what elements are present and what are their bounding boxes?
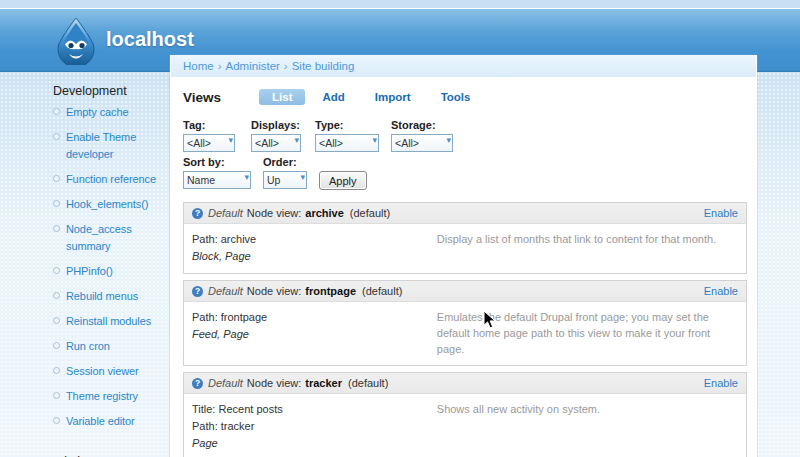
help-icon[interactable] bbox=[192, 286, 203, 297]
view-title: Title: Recent posts bbox=[192, 401, 437, 418]
sidebar-item-empty-cache[interactable]: Empty cache bbox=[53, 104, 170, 121]
apply-button[interactable]: Apply bbox=[319, 171, 367, 190]
site-name-link[interactable]: localhost bbox=[106, 28, 194, 51]
circle-bullet-icon bbox=[53, 392, 66, 399]
view-suffix: (default) bbox=[348, 373, 388, 393]
displays-filter-select[interactable]: <All> bbox=[251, 134, 301, 152]
breadcrumb-link-site-building[interactable]: Site building bbox=[292, 60, 355, 72]
view-description: Shows all new activity on system. bbox=[437, 401, 736, 452]
sidebar-item-node-access-summary[interactable]: Node_access summary bbox=[53, 221, 170, 255]
sidebar-section-title: Development bbox=[53, 84, 170, 98]
view-description: Display a list of months that link to co… bbox=[437, 231, 736, 265]
view-path: Path: frontpage bbox=[192, 309, 437, 326]
sidebar-item-session-viewer[interactable]: Session viewer bbox=[53, 363, 170, 380]
sidebar-item-variable-editor[interactable]: Variable editor bbox=[53, 413, 170, 430]
sidebar-section-development: Development Empty cache Enable Theme dev… bbox=[0, 84, 170, 430]
enable-link[interactable]: Enable bbox=[704, 203, 738, 223]
breadcrumb-separator: › bbox=[218, 60, 222, 72]
tag-filter-label: Tag: bbox=[183, 119, 235, 131]
breadcrumb-link-administer[interactable]: Administer bbox=[226, 60, 280, 72]
breadcrumb-separator: › bbox=[284, 60, 288, 72]
order-select[interactable]: Up bbox=[263, 171, 307, 189]
page-content: Views List Add Import Tools Tag: <All> D… bbox=[171, 77, 756, 457]
view-type: Default bbox=[208, 373, 243, 393]
tab-add[interactable]: Add bbox=[322, 89, 344, 105]
view-name: archive bbox=[305, 203, 344, 223]
breadcrumb-link-home[interactable]: Home bbox=[183, 60, 214, 72]
view-row-archive: Default Node view: archive (default) Ena… bbox=[183, 202, 747, 274]
circle-bullet-icon bbox=[53, 267, 66, 274]
enable-link[interactable]: Enable bbox=[704, 373, 738, 393]
storage-filter-select[interactable]: <All> bbox=[391, 134, 453, 152]
circle-bullet-icon bbox=[53, 292, 66, 299]
view-suffix: (default) bbox=[362, 281, 402, 301]
storage-filter-label: Storage: bbox=[391, 119, 453, 131]
displays-filter-label: Displays: bbox=[251, 119, 301, 131]
filters-form: Tag: <All> Displays: <All> Type: <All> S… bbox=[183, 119, 747, 190]
circle-bullet-icon bbox=[53, 175, 66, 182]
drupal-admin-screen: localhost Development Empty cache Enable… bbox=[0, 0, 800, 457]
view-path: Path: archive bbox=[192, 231, 437, 248]
view-type: Default bbox=[208, 281, 243, 301]
help-icon[interactable] bbox=[192, 208, 203, 219]
view-path: Path: tracker bbox=[192, 418, 437, 435]
circle-bullet-icon bbox=[53, 417, 66, 424]
help-icon[interactable] bbox=[192, 378, 203, 389]
circle-bullet-icon bbox=[53, 367, 66, 374]
view-kind: Node view: bbox=[247, 281, 301, 301]
view-suffix: (default) bbox=[350, 203, 390, 223]
order-label: Order: bbox=[263, 156, 307, 168]
breadcrumb: Home›Administer›Site building bbox=[171, 55, 756, 77]
drupal-logo-icon[interactable] bbox=[55, 17, 97, 65]
sidebar-item-enable-theme-developer[interactable]: Enable Theme developer bbox=[53, 129, 170, 163]
sort-by-label: Sort by: bbox=[183, 156, 251, 168]
circle-bullet-icon bbox=[53, 225, 66, 232]
tab-bar: List Add Import Tools bbox=[259, 89, 500, 105]
enable-link[interactable]: Enable bbox=[704, 281, 738, 301]
view-description: Emulates the default Drupal front page; … bbox=[437, 309, 736, 357]
view-name: frontpage bbox=[305, 281, 356, 301]
tab-tools[interactable]: Tools bbox=[441, 89, 471, 105]
view-kind: Node view: bbox=[247, 203, 301, 223]
view-displays: Block, Page bbox=[192, 248, 437, 265]
circle-bullet-icon bbox=[53, 342, 66, 349]
sidebar-item-function-reference[interactable]: Function reference bbox=[53, 171, 170, 188]
view-displays: Page bbox=[192, 435, 437, 452]
view-row-tracker: Default Node view: tracker (default) Ena… bbox=[183, 372, 747, 457]
sidebar-item-hook-elements[interactable]: Hook_elements() bbox=[53, 196, 170, 213]
view-type: Default bbox=[208, 203, 243, 223]
sidebar-item-theme-registry[interactable]: Theme registry bbox=[53, 388, 170, 405]
view-name: tracker bbox=[305, 373, 342, 393]
view-kind: Node view: bbox=[247, 373, 301, 393]
sidebar-item-phpinfo[interactable]: PHPinfo() bbox=[53, 263, 170, 280]
sidebar-item-run-cron[interactable]: Run cron bbox=[53, 338, 170, 355]
page-title: Views bbox=[183, 90, 221, 105]
tag-filter-select[interactable]: <All> bbox=[183, 134, 235, 152]
view-displays: Feed, Page bbox=[192, 326, 437, 343]
tab-import[interactable]: Import bbox=[375, 89, 411, 105]
sort-by-select[interactable]: Name bbox=[183, 171, 251, 189]
type-filter-label: Type: bbox=[315, 119, 379, 131]
circle-bullet-icon bbox=[53, 133, 66, 140]
sidebar-item-reinstall-modules[interactable]: Reinstall modules bbox=[53, 313, 170, 330]
view-row-frontpage: Default Node view: frontpage (default) E… bbox=[183, 280, 747, 366]
type-filter-select[interactable]: <All> bbox=[315, 134, 379, 152]
top-strip bbox=[0, 0, 800, 9]
main-panel: Home›Administer›Site building Views List… bbox=[170, 55, 757, 457]
circle-bullet-icon bbox=[53, 200, 66, 207]
sidebar: Development Empty cache Enable Theme dev… bbox=[0, 72, 170, 457]
circle-bullet-icon bbox=[53, 317, 66, 324]
circle-bullet-icon bbox=[53, 108, 66, 115]
sidebar-item-rebuild-menus[interactable]: Rebuild menus bbox=[53, 288, 170, 305]
tab-list[interactable]: List bbox=[259, 89, 305, 105]
